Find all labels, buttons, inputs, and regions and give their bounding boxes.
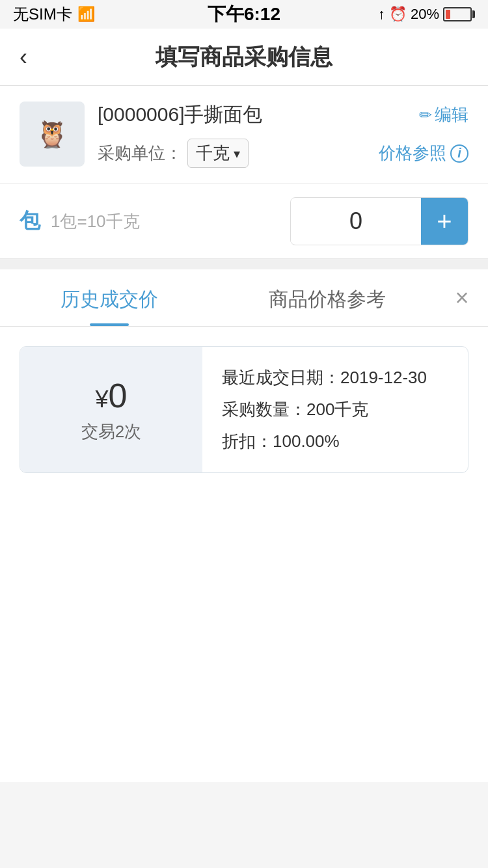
wifi-icon: 📶 (77, 6, 95, 23)
status-time: 下午6:12 (208, 2, 280, 27)
main-content: ¥0 交易2次 最近成交日期：2019-12-30 采购数量：200千克 折扣：… (0, 327, 488, 782)
unit-convert-label: 1包=10千克 (51, 210, 140, 233)
package-icon: 包 (20, 207, 40, 236)
tab-active-indicator (90, 323, 129, 326)
back-button[interactable]: ‹ (20, 44, 27, 71)
product-info: [0000006]手撕面包 ✏ 编辑 采购单位： 千克 ▾ 价格参照 (98, 102, 468, 168)
history-detail-block: 最近成交日期：2019-12-30 采购数量：200千克 折扣：100.00% (202, 347, 468, 472)
status-right: ↑ ⏰ 20% (378, 6, 475, 23)
carrier-text: 无SIM卡 (13, 4, 72, 25)
battery-percent: 20% (411, 6, 439, 23)
history-card: ¥0 交易2次 最近成交日期：2019-12-30 采购数量：200千克 折扣：… (20, 346, 468, 473)
edit-icon: ✏ (419, 106, 432, 124)
quantity-row: 包 1包=10千克 + (0, 184, 488, 259)
plus-icon: + (437, 208, 452, 234)
quantity-input[interactable] (291, 198, 421, 244)
tab-product-ref[interactable]: 商品价格参考 (218, 269, 436, 326)
tab-bar: 历史成交价 商品价格参考 × (0, 269, 488, 327)
product-card: 🦉 [0000006]手撕面包 ✏ 编辑 采购单位： 千克 ▾ (0, 86, 488, 184)
unit-select[interactable]: 千克 ▾ (187, 139, 249, 168)
alarm-icon: ⏰ (389, 6, 407, 23)
history-price-value: ¥0 (96, 376, 128, 415)
price-ref-button[interactable]: 价格参照 i (379, 142, 468, 165)
nav-bar: ‹ 填写商品采购信息 (0, 29, 488, 86)
recent-date-row: 最近成交日期：2019-12-30 (222, 366, 448, 389)
quantity-control: + (290, 197, 468, 245)
price-panel: ¥0 交易2次 最近成交日期：2019-12-30 采购数量：200千克 折扣：… (0, 327, 488, 493)
purchase-qty-row: 采购数量：200千克 (222, 398, 448, 421)
edit-button[interactable]: ✏ 编辑 (419, 103, 468, 126)
info-icon: i (450, 144, 468, 163)
close-icon: × (455, 284, 468, 312)
status-bar: 无SIM卡 📶 下午6:12 ↑ ⏰ 20% (0, 0, 488, 29)
tab-close-button[interactable]: × (436, 271, 488, 325)
product-thumbnail-icon: 🦉 (36, 119, 68, 150)
trade-count: 交易2次 (81, 420, 141, 443)
quantity-plus-button[interactable]: + (421, 198, 468, 245)
tab-history-price[interactable]: 历史成交价 (0, 269, 218, 326)
location-icon: ↑ (378, 6, 385, 23)
unit-label: 采购单位： 千克 ▾ (98, 139, 249, 168)
separator (0, 259, 488, 269)
dropdown-arrow-icon: ▾ (234, 146, 240, 161)
discount-row: 折扣：100.00% (222, 430, 448, 453)
battery-icon (443, 7, 475, 21)
page-title: 填写商品采购信息 (156, 42, 332, 72)
status-carrier: 无SIM卡 📶 (13, 4, 95, 25)
product-thumbnail: 🦉 (20, 102, 85, 167)
history-price-block: ¥0 交易2次 (20, 347, 202, 472)
product-name: [0000006]手撕面包 (98, 102, 262, 128)
